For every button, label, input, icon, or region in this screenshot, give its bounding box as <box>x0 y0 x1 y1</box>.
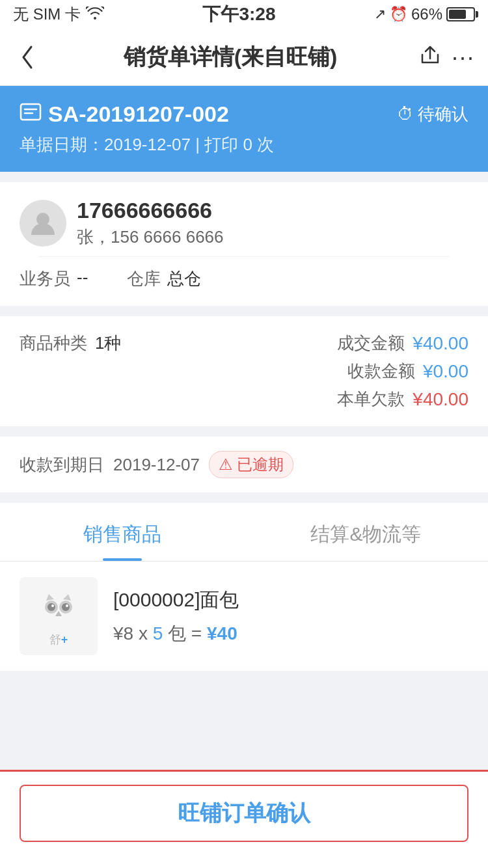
confirm-btn-wrapper: 旺铺订单确认 <box>0 770 488 868</box>
tab-sales-label: 销售商品 <box>83 523 161 545</box>
received-value: ¥0.00 <box>423 361 468 382</box>
summary-right: 成交金额 ¥40.00 收款金额 ¥0.00 本单欠款 ¥40.00 <box>337 332 468 411</box>
customer-row: 17666666666 张，156 6666 6666 <box>20 198 468 249</box>
back-button[interactable] <box>13 38 42 77</box>
more-icon[interactable]: ··· <box>452 44 475 71</box>
page-title: 销货单详情(来自旺铺) <box>42 42 419 72</box>
sales-label: 业务员 <box>20 267 70 290</box>
customer-info: 17666666666 张，156 6666 6666 <box>77 198 224 249</box>
location-icon: ↗ <box>374 6 386 23</box>
amount-row: 成交金额 ¥40.00 <box>337 332 468 355</box>
battery-icon <box>446 7 475 21</box>
carrier-text: 无 SIM 卡 <box>13 4 81 25</box>
share-icon[interactable] <box>419 44 441 70</box>
customer-phone: 17666666666 <box>77 198 224 223</box>
customer-name-phone: 张，156 6666 6666 <box>77 226 224 249</box>
divider <box>39 256 449 257</box>
svg-point-7 <box>66 604 68 607</box>
warehouse-label: 仓库 <box>127 267 161 290</box>
order-header-card: SA-20191207-002 ⏱ 待确认 单据日期：2019-12-07 | … <box>0 86 488 172</box>
customer-meta: 业务员 -- 仓库 总仓 <box>20 267 468 290</box>
tab-sales-products[interactable]: 销售商品 <box>0 503 244 561</box>
warehouse-value: 总仓 <box>167 267 201 290</box>
confirm-button-label: 旺铺订单确认 <box>178 798 310 828</box>
product-type-value: 1种 <box>95 332 121 355</box>
status-carrier: 无 SIM 卡 <box>13 4 104 25</box>
product-item: 舒+ [0000002]面包 ¥8 x 5 包 = ¥40 <box>0 562 488 671</box>
debt-value: ¥40.00 <box>413 389 468 410</box>
status-text: 待确认 <box>418 103 468 126</box>
overdue-icon: ⚠ <box>219 455 233 474</box>
product-qty: 5 <box>153 623 163 644</box>
svg-point-5 <box>62 603 70 611</box>
received-label: 收款金额 <box>347 360 415 383</box>
amount-label: 成交金额 <box>337 332 405 355</box>
status-right: ↗ ⏰ 66% <box>374 5 475 23</box>
svg-point-6 <box>51 604 54 607</box>
product-total: ¥40 <box>207 623 237 644</box>
sales-meta: 业务员 -- <box>20 267 88 290</box>
product-type-label: 商品种类 <box>20 332 87 355</box>
order-id: SA-20191207-002 <box>20 102 229 127</box>
svg-rect-0 <box>21 104 40 120</box>
amount-value: ¥40.00 <box>413 333 468 354</box>
tab-settlement[interactable]: 结算&物流等 <box>244 503 488 561</box>
due-date: 2019-12-07 <box>113 455 200 475</box>
status-time: 下午3:28 <box>202 2 275 27</box>
warehouse-meta: 仓库 总仓 <box>127 267 201 290</box>
product-info: [0000002]面包 ¥8 x 5 包 = ¥40 <box>113 587 468 646</box>
product-price-row: ¥8 x 5 包 = ¥40 <box>113 621 468 646</box>
svg-point-4 <box>47 603 55 611</box>
status-bar: 无 SIM 卡 下午3:28 ↗ ⏰ 66% <box>0 0 488 29</box>
overdue-badge: ⚠ 已逾期 <box>209 451 293 478</box>
summary-section: 商品种类 1种 成交金额 ¥40.00 收款金额 ¥0.00 本单欠款 ¥40.… <box>0 316 488 426</box>
alarm-icon: ⏰ <box>390 6 407 23</box>
product-equals: = <box>191 623 207 644</box>
nav-bar: 销货单详情(来自旺铺) ··· <box>0 29 488 86</box>
product-name: [0000002]面包 <box>113 587 468 614</box>
debt-label: 本单欠款 <box>337 388 405 411</box>
order-id-icon <box>20 103 42 126</box>
confirm-button[interactable]: 旺铺订单确认 <box>20 785 468 842</box>
overdue-text: 已逾期 <box>237 454 284 475</box>
sales-value: -- <box>77 267 88 290</box>
customer-avatar <box>20 200 66 247</box>
debt-row: 本单欠款 ¥40.00 <box>337 388 468 411</box>
status-clock-icon: ⏱ <box>397 104 414 124</box>
battery-percentage: 66% <box>411 5 442 23</box>
customer-section: 17666666666 张，156 6666 6666 业务员 -- 仓库 总仓 <box>0 182 488 306</box>
received-row: 收款金额 ¥0.00 <box>347 360 468 383</box>
wifi-icon <box>86 5 104 23</box>
product-price: ¥8 <box>113 623 133 644</box>
product-thumb-inner: 舒+ <box>36 586 81 647</box>
product-thumbnail: 舒+ <box>20 577 98 655</box>
due-label: 收款到期日 <box>20 454 104 476</box>
summary-left: 商品种类 1种 <box>20 332 121 355</box>
product-multiply: x <box>139 623 153 644</box>
tabs-section: 销售商品 结算&物流等 <box>0 503 488 562</box>
product-section: 舒+ [0000002]面包 ¥8 x 5 包 = ¥40 <box>0 562 488 671</box>
order-status: ⏱ 待确认 <box>397 103 468 126</box>
nav-actions: ··· <box>419 44 475 71</box>
tab-settlement-label: 结算&物流等 <box>310 523 421 545</box>
product-type-row: 商品种类 1种 <box>20 332 121 355</box>
order-date: 单据日期：2019-12-07 | 打印 0 次 <box>20 133 468 156</box>
order-id-text: SA-20191207-002 <box>48 102 229 127</box>
product-unit: 包 <box>168 623 186 644</box>
order-header-top: SA-20191207-002 ⏱ 待确认 <box>20 102 468 127</box>
due-section: 收款到期日 2019-12-07 ⚠ 已逾期 <box>0 437 488 493</box>
